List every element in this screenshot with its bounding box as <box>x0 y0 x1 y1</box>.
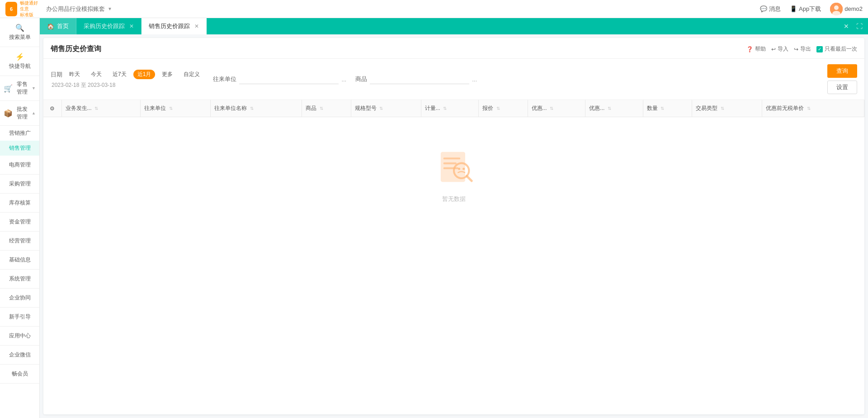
tab-bar: 🏠 首页 采购历史价跟踪 ✕ 销售历史价跟踪 ✕ ✕ ⛶ <box>40 18 868 34</box>
logo-icon: 6 <box>5 2 17 16</box>
retail-icon: 🛒 <box>4 84 13 93</box>
sidebar-item-wholesale[interactable]: 📦 批发管理 ▲ <box>0 101 39 126</box>
settings-btn[interactable]: 设置 <box>827 81 857 94</box>
tab-home[interactable]: 🏠 首页 <box>40 18 76 34</box>
date-btn-custom[interactable]: 自定义 <box>179 69 204 80</box>
table-container: ⚙ 业务发生... ⇅ 往来单位 ⇅ 往来单位名称 ⇅ <box>43 100 864 414</box>
sidebar-item-guide[interactable]: 新手引导 <box>0 308 39 327</box>
date-btn-yesterday[interactable]: 昨天 <box>65 69 84 80</box>
download-icon: 📱 <box>790 5 797 12</box>
app-title: 办公用品行业模拟账套 <box>46 5 105 13</box>
header-left: 6 畅捷通好生意 标准版 办公用品行业模拟账套 ▼ <box>5 0 112 18</box>
page-header: 销售历史价查询 ❓ 帮助 ↩ 导入 ↪ 导出 ✓ <box>43 38 864 59</box>
th-discount2[interactable]: 优惠... ⇅ <box>585 100 643 117</box>
top-header: 6 畅捷通好生意 标准版 办公用品行业模拟账套 ▼ 💬 消息 📱 App下载 <box>0 0 868 18</box>
date-btn-1month[interactable]: 近1月 <box>133 70 156 79</box>
sidebar-item-wechat[interactable]: 企业微信 <box>0 346 39 365</box>
counterparty-input[interactable] <box>239 74 339 84</box>
export-btn[interactable]: ↪ 导出 <box>794 45 811 53</box>
close-all-tabs-btn[interactable]: ✕ <box>842 21 851 32</box>
quick-nav-icon: ⚡ <box>15 52 24 61</box>
th-unit[interactable]: 计量... ⇅ <box>421 100 479 117</box>
date-btn-7days[interactable]: 近7天 <box>108 69 131 80</box>
goods-input[interactable] <box>370 74 469 84</box>
message-btn[interactable]: 💬 消息 <box>760 5 781 13</box>
chevron-up-icon: ▲ <box>32 111 36 115</box>
header-right: 💬 消息 📱 App下载 demo2 <box>760 3 863 15</box>
download-btn[interactable]: 📱 App下载 <box>790 5 821 13</box>
sidebar-item-label: 销售管理 <box>9 144 31 152</box>
sidebar-item-retail[interactable]: 🛒 零售管理 ▼ <box>0 76 39 101</box>
sidebar-item-inventory[interactable]: 库存核算 <box>0 194 39 213</box>
sidebar-item-label: 电商管理 <box>9 161 31 169</box>
sort-arrows-icon: ⇅ <box>94 106 98 111</box>
sort-arrows-icon: ⇅ <box>608 106 611 111</box>
th-counterparty[interactable]: 往来单位 ⇅ <box>141 100 211 117</box>
sidebar-item-enterprise[interactable]: 企业协同 <box>0 289 39 308</box>
sidebar-item-finance[interactable]: 资金管理 <box>0 213 39 232</box>
sidebar-item-marketing[interactable]: 营销推广 <box>0 126 39 141</box>
empty-icon <box>431 144 476 190</box>
page-title: 销售历史价查询 <box>51 44 101 54</box>
date-label: 日期 <box>51 71 62 79</box>
sidebar-item-base-info[interactable]: 基础信息 <box>0 251 39 270</box>
message-icon: 💬 <box>760 5 767 12</box>
sidebar-item-search[interactable]: 🔍 搜索菜单 <box>0 18 39 47</box>
data-table: ⚙ 业务发生... ⇅ 往来单位 ⇅ 往来单位名称 ⇅ <box>43 100 864 117</box>
filter-area: 日期 昨天 今天 近7天 近1月 更多 自定义 2023-02-18 至 202… <box>43 59 864 100</box>
th-spec[interactable]: 规格型号 ⇅ <box>351 100 421 117</box>
sidebar-item-operations[interactable]: 经营管理 <box>0 232 39 251</box>
query-btn[interactable]: 查询 <box>827 64 857 78</box>
wholesale-icon: 📦 <box>4 109 13 118</box>
th-discount1[interactable]: 优惠... ⇅ <box>528 100 585 117</box>
import-btn[interactable]: ↩ 导入 <box>771 45 788 53</box>
close-purchase-tab-btn[interactable]: ✕ <box>129 23 134 29</box>
sidebar-item-member[interactable]: 畅会员 <box>0 365 39 384</box>
th-biz-date[interactable]: 业务发生... ⇅ <box>61 100 141 117</box>
sidebar-item-label: 应用中心 <box>9 332 31 340</box>
sort-arrows-icon: ⇅ <box>807 106 811 111</box>
svg-rect-6 <box>443 157 461 159</box>
home-icon: 🏠 <box>47 23 54 30</box>
th-trade-type[interactable]: 交易类型 ⇅ <box>692 100 762 117</box>
th-qty[interactable]: 数量 ⇅ <box>643 100 692 117</box>
tab-sales[interactable]: 销售历史价跟踪 ✕ <box>142 18 207 34</box>
maximize-btn[interactable]: ⛶ <box>854 21 864 32</box>
user-name: demo2 <box>844 5 863 12</box>
svg-point-3 <box>834 5 839 10</box>
counterparty-search-btn[interactable]: ... <box>341 76 346 83</box>
th-counterparty-name[interactable]: 往来单位名称 ⇅ <box>211 100 302 117</box>
goods-field: 商品 ... <box>355 74 477 84</box>
sort-arrows-icon: ⇅ <box>250 106 254 111</box>
only-last-checkbox[interactable]: ✓ 只看最后一次 <box>816 45 857 53</box>
main-layout: 🔍 搜索菜单 ⚡ 快捷导航 🛒 零售管理 ▼ 📦 批发管理 ▲ 营销推广 销售管… <box>0 18 868 418</box>
app-title-area[interactable]: 办公用品行业模拟账套 ▼ <box>46 5 112 13</box>
sidebar-item-system[interactable]: 系统管理 <box>0 270 39 289</box>
page-container: 销售历史价查询 ❓ 帮助 ↩ 导入 ↪ 导出 ✓ <box>43 38 864 414</box>
tab-actions: ✕ ⛶ <box>842 21 868 32</box>
sidebar-item-ecommerce[interactable]: 电商管理 <box>0 156 39 175</box>
sidebar-item-purchase[interactable]: 采购管理 <box>0 175 39 194</box>
close-sales-tab-btn[interactable]: ✕ <box>194 23 199 29</box>
th-goods[interactable]: 商品 ⇅ <box>302 100 351 117</box>
user-area[interactable]: demo2 <box>830 3 863 15</box>
th-pre-tax-price[interactable]: 优惠前无税单价 ⇅ <box>762 100 864 117</box>
goods-search-btn[interactable]: ... <box>472 76 477 83</box>
sidebar-item-sales-mgmt[interactable]: 销售管理 <box>0 141 39 156</box>
date-btn-today[interactable]: 今天 <box>87 69 106 80</box>
empty-text: 暂无数据 <box>442 195 466 203</box>
help-btn[interactable]: ❓ 帮助 <box>746 45 766 53</box>
date-btn-more[interactable]: 更多 <box>158 69 177 80</box>
sidebar-item-quick-nav[interactable]: ⚡ 快捷导航 <box>0 47 39 76</box>
sidebar-item-label: 营销推广 <box>9 129 31 137</box>
counterparty-field: 往来单位 ... <box>213 74 346 84</box>
sidebar-item-appstore[interactable]: 应用中心 <box>0 327 39 346</box>
th-settings[interactable]: ⚙ <box>43 100 61 117</box>
sort-arrows-icon: ⇅ <box>550 106 553 111</box>
sidebar-item-label: 新手引导 <box>9 313 31 321</box>
tab-purchase[interactable]: 采购历史价跟踪 ✕ <box>76 18 142 34</box>
svg-point-12 <box>462 168 465 170</box>
page-header-actions: ❓ 帮助 ↩ 导入 ↪ 导出 ✓ 只看最后一次 <box>746 45 857 53</box>
th-quote[interactable]: 报价 ⇅ <box>479 100 528 117</box>
sidebar-item-label: 基础信息 <box>9 256 31 264</box>
